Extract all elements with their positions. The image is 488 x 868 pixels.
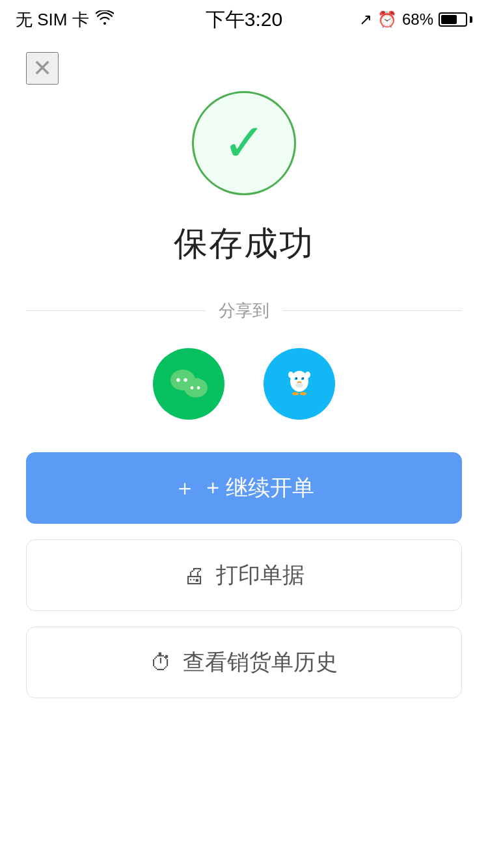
continue-label: + 继续开单 xyxy=(206,473,314,503)
svg-point-3 xyxy=(183,378,187,382)
print-label: 打印单据 xyxy=(216,560,305,590)
checkmark-icon: ✓ xyxy=(223,117,266,169)
svg-point-17 xyxy=(288,372,293,378)
svg-point-18 xyxy=(305,372,310,378)
main-content: ✕ ✓ 保存成功 分享到 xyxy=(0,39,488,724)
status-bar: 无 SIM 卡 下午3:20 ↗ ⏰ 68% xyxy=(0,0,488,39)
print-icon: 🖨 xyxy=(183,563,206,588)
alarm-icon: ⏰ xyxy=(377,10,397,29)
svg-point-2 xyxy=(176,378,180,382)
svg-point-15 xyxy=(292,392,299,396)
wifi-icon xyxy=(96,10,114,29)
qq-share-button[interactable] xyxy=(264,348,335,420)
svg-point-12 xyxy=(303,377,304,379)
status-right: ↗ ⏰ 68% xyxy=(359,10,472,29)
share-divider: 分享到 xyxy=(26,299,462,322)
svg-point-10 xyxy=(301,377,304,380)
status-time: 下午3:20 xyxy=(206,7,282,33)
success-circle: ✓ xyxy=(192,91,296,195)
continue-button[interactable]: ＋ + 继续开单 xyxy=(26,452,462,524)
divider-right xyxy=(282,310,462,311)
svg-point-4 xyxy=(184,378,208,398)
svg-point-9 xyxy=(295,377,297,380)
share-icons-container xyxy=(26,348,462,420)
plus-icon: ＋ xyxy=(174,473,196,503)
svg-point-11 xyxy=(296,377,297,379)
action-buttons: ＋ + 继续开单 🖨 打印单据 ⏱ 查看销货单历史 xyxy=(26,452,462,698)
divider-left xyxy=(26,310,206,311)
wechat-icon xyxy=(169,364,209,404)
battery-icon xyxy=(439,12,472,27)
location-icon: ↗ xyxy=(359,10,372,29)
close-icon: ✕ xyxy=(33,55,52,82)
no-sim-text: 无 SIM 卡 xyxy=(16,8,89,31)
wechat-share-button[interactable] xyxy=(153,348,224,420)
history-icon: ⏱ xyxy=(150,650,172,675)
share-label: 分享到 xyxy=(219,299,269,322)
success-title: 保存成功 xyxy=(174,221,314,267)
svg-point-6 xyxy=(197,387,200,390)
share-section: 分享到 xyxy=(26,299,462,420)
qq-icon xyxy=(281,366,318,402)
svg-point-14 xyxy=(295,383,303,388)
status-left: 无 SIM 卡 xyxy=(16,8,114,31)
history-button[interactable]: ⏱ 查看销货单历史 xyxy=(26,627,462,698)
svg-point-16 xyxy=(300,392,306,396)
close-button[interactable]: ✕ xyxy=(26,52,59,85)
battery-percent: 68% xyxy=(402,10,433,29)
svg-point-5 xyxy=(191,387,194,390)
print-button[interactable]: 🖨 打印单据 xyxy=(26,539,462,611)
history-label: 查看销货单历史 xyxy=(183,647,338,677)
